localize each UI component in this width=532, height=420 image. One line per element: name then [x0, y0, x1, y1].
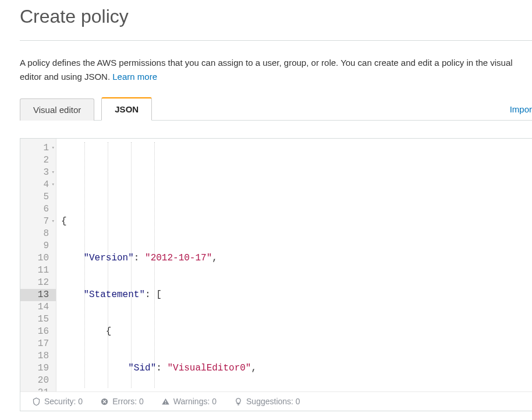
code-editor[interactable]: 1 2 3 4 5 6 7 8 9 10 11 12 13 14 15 16 1…	[20, 139, 532, 391]
line-number: 13	[20, 289, 56, 301]
code-line: {	[61, 326, 532, 338]
code-line: "Statement": [	[61, 289, 532, 301]
tab-visual-editor[interactable]: Visual editor	[20, 98, 94, 121]
svg-rect-1	[165, 400, 166, 402]
learn-more-link[interactable]: Learn more	[112, 72, 157, 82]
editor-gutter: 1 2 3 4 5 6 7 8 9 10 11 12 13 14 15 16 1…	[20, 139, 56, 391]
line-number: 10	[20, 252, 56, 264]
line-number: 5	[20, 191, 56, 203]
line-number: 7	[20, 216, 56, 228]
divider	[20, 40, 532, 41]
description-text: A policy defines the AWS permissions tha…	[20, 58, 513, 82]
import-managed-policy-link[interactable]: Impor	[510, 104, 532, 120]
code-line: "Version": "2012-10-17",	[61, 252, 532, 264]
status-suggestions[interactable]: Suggestions: 0	[234, 397, 300, 406]
line-number: 14	[20, 301, 56, 313]
code-area[interactable]: { "Version": "2012-10-17", "Statement": …	[56, 139, 532, 391]
page-title: Create policy	[20, 0, 532, 40]
tab-json[interactable]: JSON	[101, 97, 152, 121]
code-line: {	[61, 216, 532, 228]
line-number: 8	[20, 228, 56, 240]
line-number: 18	[20, 350, 56, 362]
line-number: 4	[20, 179, 56, 191]
line-number: 3	[20, 167, 56, 179]
shield-icon	[32, 397, 41, 406]
policy-editor: 1 2 3 4 5 6 7 8 9 10 11 12 13 14 15 16 1…	[20, 138, 532, 411]
line-number: 1	[20, 142, 56, 154]
line-number: 20	[20, 375, 56, 387]
line-number: 15	[20, 313, 56, 326]
status-label: Warnings: 0	[173, 397, 217, 406]
line-number: 11	[20, 264, 56, 277]
policy-description: A policy defines the AWS permissions tha…	[20, 56, 532, 84]
line-number: 17	[20, 338, 56, 350]
warning-icon	[161, 397, 170, 406]
line-number: 16	[20, 326, 56, 338]
status-security[interactable]: Security: 0	[32, 397, 83, 406]
status-label: Suggestions: 0	[246, 397, 300, 406]
status-errors[interactable]: Errors: 0	[100, 397, 144, 406]
line-number: 12	[20, 277, 56, 289]
line-number: 2	[20, 154, 56, 167]
line-number: 19	[20, 362, 56, 375]
error-icon	[100, 397, 109, 406]
line-number: 21	[20, 387, 56, 391]
lightbulb-icon	[234, 397, 243, 406]
code-line: "Sid": "VisualEditor0",	[61, 362, 532, 375]
status-label: Errors: 0	[112, 397, 144, 406]
line-number: 6	[20, 203, 56, 216]
line-number: 9	[20, 240, 56, 252]
svg-rect-2	[165, 403, 166, 404]
status-warnings[interactable]: Warnings: 0	[161, 397, 217, 406]
editor-status-bar: Security: 0 Errors: 0 Warnings: 0 Sugges…	[20, 391, 532, 411]
tabs-row: Visual editor JSON Impor	[20, 97, 532, 121]
status-label: Security: 0	[44, 397, 83, 406]
